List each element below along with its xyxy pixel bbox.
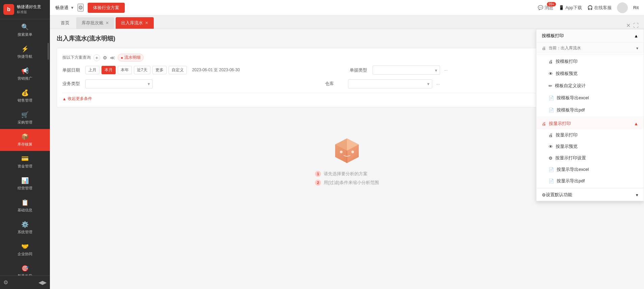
avatar[interactable] — [617, 2, 628, 13]
sidebar-item-label: 销售管理 — [18, 98, 32, 103]
corp-collab-icon: 🤝 — [21, 243, 29, 250]
step-2-text: 用[过滤]条件来缩小分析范围 — [324, 180, 379, 186]
settings-bottom-btn[interactable]: ⚙ — [3, 279, 8, 286]
sidebar-item-marketing[interactable]: 📢 营销推广 — [0, 63, 50, 85]
trial-industry-btn[interactable]: 体验行业方案 — [88, 3, 125, 13]
dropdown-item-template-print[interactable]: 🖨 按模板打印 — [536, 55, 644, 68]
collapse-condition-btn[interactable]: ≪ — [110, 55, 115, 60]
footer-label: 设置默认功能 — [546, 192, 572, 198]
type-field-label: 单据类型 — [350, 67, 370, 73]
sidebar-item-label: 经营管理 — [18, 186, 32, 191]
search-label: 按以下方案查询 — [62, 55, 91, 60]
display-excel-icon: 📄 — [549, 167, 554, 172]
empty-step-2: 2 用[过滤]条件来缩小分析范围 — [315, 180, 379, 186]
sidebar-item-label: 搜索菜单 — [18, 32, 32, 37]
company-name: 畅捷通好生意 — [17, 4, 41, 10]
excel-icon: 📄 — [549, 96, 554, 101]
message-btn[interactable]: 💬 消息 99+ — [538, 5, 553, 11]
sidebar-item-operations[interactable]: 📊 经营管理 — [0, 173, 50, 195]
app-download-btn[interactable]: 📱 App下载 — [559, 5, 582, 11]
sidebar-scrollbar[interactable] — [47, 23, 49, 248]
business-type-select-wrapper — [85, 79, 153, 88]
dropdown-item-display-print-settings[interactable]: ⚙ 按显示打印设置 — [536, 152, 644, 164]
sidebar-item-purchase[interactable]: 🛒 采购管理 — [0, 107, 50, 129]
sidebar-item-label: 新手引导 — [18, 273, 32, 275]
empty-steps: 1 请先选择要分析的方案 2 用[过滤]条件来缩小分析范围 — [315, 171, 379, 186]
sidebar-item-quick-nav[interactable]: ⚡ 快捷导航 — [0, 41, 50, 63]
warehouse-select-wrapper — [348, 79, 432, 88]
dropdown-item-template-custom[interactable]: ✏ 模板自定义设计 — [536, 80, 644, 92]
add-condition-btn[interactable]: + — [93, 54, 100, 61]
dropdown-item-display-export-pdf[interactable]: 📄 按显示导出pdf — [536, 175, 644, 187]
warehouse-select[interactable] — [348, 79, 432, 88]
topbar-settings-btn[interactable]: ⚙ — [78, 4, 84, 11]
date-filter-group: 上月 本月 本年 近7天 更多 自定义 — [85, 66, 187, 74]
app-download-icon: 📱 — [559, 5, 564, 10]
sidebar-item-basic-info[interactable]: 📋 基础信息 — [0, 195, 50, 217]
dropdown-item-display-print[interactable]: 🖨 按显示打印 — [536, 129, 644, 141]
sidebar-item-finance[interactable]: 💳 资金管理 — [0, 151, 50, 173]
user-dropdown-btn[interactable]: ▾ — [71, 5, 74, 10]
dropdown-item-template-export-pdf[interactable]: 📄 按模板导出pdf — [536, 104, 644, 116]
current-template-arrow: ▾ — [636, 46, 638, 51]
maximize-window-btn[interactable]: ⛶ — [633, 23, 639, 29]
search-menu-icon: 🔍 — [21, 23, 29, 31]
dropdown-current-template[interactable]: 🖨 当前：出入库流水 ▾ — [536, 43, 644, 54]
dropdown-footer[interactable]: ⚙ 设置默认功能 ▾ — [536, 188, 644, 201]
sidebar-item-label: 系统管理 — [18, 230, 32, 235]
inventory-icon: 📦 — [21, 133, 29, 140]
dropdown-header-arrow[interactable]: ▲ — [634, 33, 638, 38]
in-out-flow-close-btn[interactable]: ✕ — [145, 21, 148, 25]
type-select[interactable] — [373, 65, 440, 75]
stock-batch-close-btn[interactable]: ✕ — [106, 21, 109, 25]
window-controls: ✕ ⛶ — [626, 22, 639, 29]
collapse-sidebar-btn[interactable]: ◀▶ — [38, 279, 47, 286]
display-section-arrow: ▲ — [634, 121, 638, 126]
svg-point-4 — [351, 151, 354, 153]
dropdown-item-display-export-excel[interactable]: 📄 按显示导出excel — [536, 164, 644, 175]
tab-home[interactable]: 首页 — [55, 17, 75, 29]
date-btn-custom[interactable]: 自定义 — [169, 66, 187, 74]
display-preview-label: 按显示预览 — [556, 143, 578, 150]
collapse-label: 收起更多条件 — [68, 96, 92, 102]
tabs-bar: 首页 库存批次账 ✕ 出入库流水 ✕ ✕ ⛶ — [50, 16, 644, 29]
empty-step-1: 1 请先选择要分析的方案 — [315, 171, 379, 177]
date-btn-last-month[interactable]: 上月 — [85, 66, 99, 74]
sidebar-item-corp-collab[interactable]: 🤝 企业协同 — [0, 239, 50, 261]
sidebar-item-sales[interactable]: 💰 销售管理 — [0, 85, 50, 107]
dropdown-item-display-preview[interactable]: 👁 按显示预览 — [536, 141, 644, 152]
tab-in-out-flow[interactable]: 出入库流水 ✕ — [116, 17, 154, 29]
date-btn-this-month[interactable]: 本月 — [101, 66, 116, 74]
display-section-header[interactable]: 🖨 按显示打印 ▲ — [536, 118, 644, 129]
dropdown-item-template-preview[interactable]: 👁 按模板预览 — [536, 68, 644, 80]
display-pdf-icon: 📄 — [549, 179, 554, 184]
template-icon: 🖨 — [542, 46, 546, 51]
display-section-label: 🖨 按显示打印 — [542, 121, 571, 127]
dropdown-item-template-export-excel[interactable]: 📄 按模板导出excel — [536, 92, 644, 104]
operations-icon: 📊 — [21, 177, 29, 184]
settings-condition-btn[interactable]: ⚙ — [103, 55, 107, 60]
business-type-select[interactable] — [85, 79, 153, 88]
step-2-number: 2 — [315, 180, 321, 186]
display-export-excel-label: 按显示导出excel — [557, 166, 589, 173]
sidebar-item-search-menu[interactable]: 🔍 搜索菜单 — [0, 19, 50, 41]
close-window-btn[interactable]: ✕ — [626, 22, 631, 29]
divider-1 — [536, 54, 644, 55]
sidebar-item-label: 基础信息 — [18, 208, 32, 213]
customer-service-btn[interactable]: 🎧 在线客服 — [587, 5, 612, 11]
user-info: 畅唐通 ▾ — [55, 5, 74, 11]
warehouse-more-btn[interactable]: ··· — [436, 81, 440, 86]
sidebar-item-inventory[interactable]: 📦 库存核算 — [0, 129, 50, 151]
date-btn-this-year[interactable]: 本年 — [118, 66, 132, 74]
message-icon: 💬 — [538, 5, 543, 10]
display-section-icon: 🖨 — [542, 121, 546, 126]
tab-stock-batch[interactable]: 库存批次账 ✕ — [76, 17, 114, 29]
type-more-btn[interactable]: ··· — [444, 68, 448, 73]
sidebar-item-system[interactable]: ⚙️ 系统管理 — [0, 217, 50, 239]
date-btn-7days[interactable]: 近7天 — [134, 66, 150, 74]
date-btn-more[interactable]: 更多 — [152, 66, 167, 74]
page-content-area: 出入库流水(流水明细) 🖨️ 按模板打印 ▲ ⬆️ 导出 🔄 — [50, 29, 644, 289]
svg-point-5 — [340, 151, 343, 153]
rit-label: Rit — [633, 5, 639, 10]
sidebar-item-guide[interactable]: 🎯 新手引导 — [0, 261, 50, 275]
